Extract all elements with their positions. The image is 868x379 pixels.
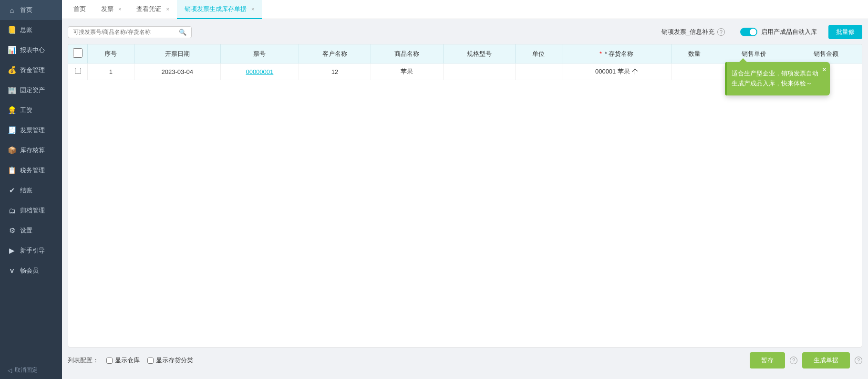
tooltip-close-button[interactable]: ×: [822, 65, 826, 75]
sidebar-item-label: 结账: [20, 186, 32, 195]
show-inventory-category-checkbox-item[interactable]: 显示存货分类: [147, 356, 193, 365]
sidebar-item-home[interactable]: ⌂ 首页: [0, 0, 62, 20]
search-input[interactable]: [73, 29, 176, 35]
assets-icon: 🏢: [8, 86, 16, 95]
show-warehouse-label: 显示仓库: [115, 356, 140, 365]
save-button[interactable]: 暂存: [750, 352, 785, 368]
tab-invoice-close[interactable]: ×: [118, 6, 121, 12]
sidebar-item-settlement[interactable]: ✔ 结账: [0, 180, 62, 200]
sidebar-item-ledger[interactable]: 📒 总账: [0, 20, 62, 40]
auto-instock-toggle[interactable]: [740, 28, 757, 36]
sidebar-item-inventory[interactable]: 📦 库存核算: [0, 140, 62, 160]
list-config-label: 列表配置：: [68, 356, 99, 365]
sidebar-item-label: 固定资产: [20, 86, 45, 95]
tab-bar: 首页 发票 × 查看凭证 × 销项发票生成库存单据 ×: [62, 0, 868, 19]
toggle-label: 启用产成品自动入库: [761, 28, 817, 36]
tab-voucher-label: 查看凭证: [136, 5, 161, 13]
col-header-seq: 序号: [88, 44, 134, 63]
cell-number: 00000001: [221, 63, 299, 80]
tab-main-label: 销项发票生成库存单据: [185, 5, 247, 13]
unpin-icon: ◁: [8, 367, 12, 374]
toolbar-row: 🔍 销项发票_信息补充 ? 启用产成品自动入库 批量修: [68, 25, 862, 39]
tab-main[interactable]: 销项发票生成库存单据 ×: [177, 0, 262, 19]
sidebar-item-label: 资金管理: [20, 66, 45, 74]
invoice-link[interactable]: 00000001: [246, 68, 273, 75]
col-header-unit: 单位: [516, 44, 562, 63]
archive-icon: 🗂: [8, 206, 16, 215]
sidebar-item-label: 报表中心: [20, 46, 45, 54]
save-help-icon[interactable]: ?: [790, 357, 797, 364]
row-checkbox[interactable]: [75, 68, 81, 74]
col-header-spec: 规格型号: [443, 44, 515, 63]
col-header-checkbox: [68, 44, 88, 63]
tooltip-text: 适合生产型企业，销项发票自动生成产成品入库，快来体验～: [732, 70, 818, 87]
cell-inventory: 000001 苹果 个: [562, 63, 672, 80]
sidebar-item-label: 新手引导: [20, 246, 45, 255]
home-icon: ⌂: [8, 6, 16, 14]
sidebar: ⌂ 首页 📒 总账 📊 报表中心 💰 资金管理 🏢 固定资产 👷 工资 🧾 发票…: [0, 0, 62, 379]
select-all-checkbox[interactable]: [73, 48, 83, 58]
sidebar-item-label: 设置: [20, 226, 32, 235]
info-label-text: 销项发票_信息补充: [661, 28, 714, 36]
show-warehouse-checkbox[interactable]: [106, 358, 113, 364]
bottom-bar: 列表配置： 显示仓库 显示存货分类 暂存 ? 生成单据 ?: [68, 347, 862, 373]
funds-icon: 💰: [8, 66, 16, 74]
sidebar-item-label: 首页: [20, 6, 32, 14]
show-inventory-category-checkbox[interactable]: [147, 358, 154, 364]
col-header-price: 销售单价: [718, 44, 790, 63]
info-help-icon[interactable]: ?: [717, 28, 725, 36]
toggle-area: 启用产成品自动入库: [740, 28, 817, 36]
sidebar-item-guide[interactable]: ▶ 新手引导: [0, 241, 62, 261]
inventory-icon: 📦: [8, 146, 16, 155]
generate-help-icon[interactable]: ?: [855, 357, 862, 364]
invoice-mgmt-icon: 🧾: [8, 126, 16, 135]
cell-checkbox: [68, 63, 88, 80]
sidebar-item-label: 库存核算: [20, 146, 45, 155]
sidebar-item-vip[interactable]: V 畅会员: [0, 261, 62, 281]
sidebar-item-funds[interactable]: 💰 资金管理: [0, 60, 62, 80]
show-warehouse-checkbox-item[interactable]: 显示仓库: [106, 356, 140, 365]
cell-product: 苹果: [371, 63, 443, 80]
sidebar-item-label: 归档管理: [20, 206, 45, 215]
batch-button[interactable]: 批量修: [828, 25, 862, 39]
tab-invoice[interactable]: 发票 ×: [93, 0, 129, 19]
col-header-qty: 数量: [672, 44, 718, 63]
sidebar-item-reports[interactable]: 📊 报表中心: [0, 40, 62, 60]
sidebar-item-invoice-mgmt[interactable]: 🧾 发票管理: [0, 120, 62, 140]
tab-invoice-label: 发票: [101, 5, 114, 13]
sidebar-item-tax[interactable]: 📋 税务管理: [0, 160, 62, 180]
col-header-date: 开票日期: [134, 44, 221, 63]
sidebar-item-label: 总账: [20, 26, 32, 34]
cell-spec: [443, 63, 515, 80]
tab-main-close[interactable]: ×: [251, 6, 254, 12]
ledger-icon: 📒: [8, 26, 16, 34]
sidebar-bottom-label: 取消固定: [15, 366, 38, 374]
sidebar-item-labor[interactable]: 👷 工资: [0, 100, 62, 120]
sidebar-item-settings[interactable]: ⚙ 设置: [0, 221, 62, 241]
cell-customer: 12: [299, 63, 371, 80]
col-header-number: 票号: [221, 44, 299, 63]
col-header-inventory: * * 存货名称: [562, 44, 672, 63]
sidebar-item-label: 发票管理: [20, 126, 45, 135]
tax-icon: 📋: [8, 166, 16, 175]
settlement-icon: ✔: [8, 186, 16, 195]
labor-icon: 👷: [8, 106, 16, 115]
vip-icon: V: [8, 266, 16, 275]
generate-button[interactable]: 生成单据: [802, 352, 850, 368]
settings-icon: ⚙: [8, 226, 16, 235]
guide-icon: ▶: [8, 246, 16, 255]
tab-home[interactable]: 首页: [66, 0, 93, 19]
tab-voucher[interactable]: 查看凭证 ×: [129, 0, 176, 19]
sidebar-item-label: 工资: [20, 106, 32, 115]
cell-date: 2023-03-04: [134, 63, 221, 80]
tab-voucher-close[interactable]: ×: [166, 6, 169, 12]
cell-seq: 1: [88, 63, 134, 80]
sidebar-item-archive[interactable]: 🗂 归档管理: [0, 200, 62, 221]
sidebar-unpin[interactable]: ◁ 取消固定: [0, 361, 62, 379]
cell-qty: [672, 63, 718, 80]
cell-unit: [516, 63, 562, 80]
col-header-customer: 客户名称: [299, 44, 371, 63]
main-area: 首页 发票 × 查看凭证 × 销项发票生成库存单据 × 🔍 销项发票_信息补充 …: [62, 0, 868, 379]
search-box[interactable]: 🔍: [68, 26, 192, 38]
sidebar-item-assets[interactable]: 🏢 固定资产: [0, 80, 62, 100]
